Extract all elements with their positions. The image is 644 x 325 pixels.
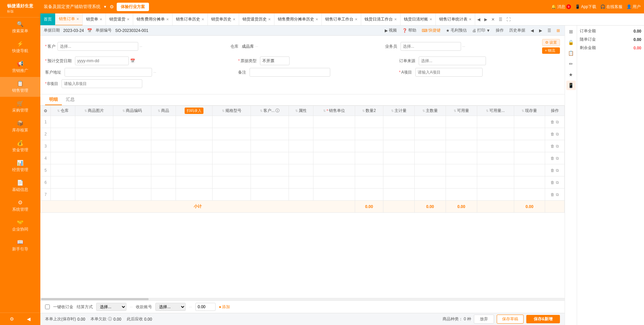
settings-btn[interactable]: ⚙ 设置	[542, 39, 560, 46]
account-expand-icon[interactable]: ···	[189, 305, 192, 309]
a-project-input[interactable]	[415, 68, 483, 77]
order-source-input[interactable]	[419, 56, 486, 65]
tab-close-icon[interactable]: ✕	[76, 17, 79, 21]
side-action-1[interactable]: ⊞	[566, 27, 576, 36]
row-qty2[interactable]	[355, 116, 383, 128]
delivery-date-input[interactable]	[75, 56, 129, 65]
add-product-btn[interactable]: + 物流	[542, 47, 560, 54]
address-input[interactable]	[65, 68, 152, 77]
row-sku[interactable]	[113, 116, 151, 128]
sidebar-item-search[interactable]: 🔍 搜索菜单	[0, 17, 40, 37]
sidebar-item-marketing[interactable]: 📢 营销推广	[0, 57, 40, 77]
scroll-thumb[interactable]	[41, 298, 149, 300]
payment-method-select[interactable]: 选择...	[96, 303, 126, 311]
tab-close-icon[interactable]: ✕	[394, 17, 397, 21]
copy-icon[interactable]: ⧉	[556, 120, 559, 124]
address-expand-icon[interactable]: ···	[153, 71, 156, 74]
row-main-qty[interactable]	[414, 116, 446, 128]
save-new-button[interactable]: 保存&新增	[526, 315, 560, 323]
save-draft-button[interactable]: 保存草稿	[497, 315, 524, 324]
side-action-6[interactable]: 📱	[566, 81, 576, 90]
tab-prev-btn[interactable]: ◀	[475, 13, 482, 26]
tab-close-icon[interactable]: ✕	[166, 17, 169, 21]
row-customer-code[interactable]	[251, 116, 289, 128]
tab-menu-btn[interactable]: ☰	[497, 13, 504, 26]
sidebar-item-sales[interactable]: 📋 销售管理	[0, 77, 40, 97]
th-available2[interactable]: ⇅ 可用量...	[477, 106, 514, 116]
delete-icon[interactable]: 🗑	[551, 132, 555, 136]
nav-left-btn[interactable]: ◀	[529, 28, 535, 34]
tab-order-history[interactable]: 销售订单历史 ✕	[173, 13, 208, 26]
profit-btn[interactable]: ★ 毛利预估	[445, 27, 468, 34]
nav-right-btn[interactable]: ▶	[538, 28, 543, 34]
shortcut-btn[interactable]: ⌨ 快捷键	[420, 27, 442, 34]
sidebar-item-inventory[interactable]: 📦 库存核算	[0, 117, 40, 136]
tab-order-workbench[interactable]: 销售订单工作台 ✕	[322, 13, 361, 26]
th-main-qty[interactable]: ⇅ 主数量	[414, 106, 446, 116]
th-image[interactable]: ⇅ 商品图片	[75, 106, 113, 116]
delete-icon[interactable]: 🗑	[551, 168, 555, 173]
copy-icon[interactable]: ⧉	[556, 192, 559, 197]
remark-input[interactable]	[250, 68, 330, 77]
system-dropdown-icon[interactable]: ▼	[103, 5, 107, 9]
tab-next-btn[interactable]: ▶	[482, 13, 489, 26]
b-project-input[interactable]	[62, 79, 142, 88]
tab-sales-order[interactable]: 销售订单 ✕	[55, 13, 83, 26]
delete-icon[interactable]: 🗑	[551, 156, 555, 161]
tab-close-icon[interactable]: ✕	[127, 17, 129, 21]
customer-input[interactable]	[58, 42, 138, 51]
view-btn[interactable]: ▶ 视频	[383, 27, 398, 34]
th-attribute[interactable]: ⇅ 属性	[289, 106, 313, 116]
th-stock[interactable]: ⇅ 现存量	[514, 106, 545, 116]
th-sku-code[interactable]: ⇅ 商品编码	[113, 106, 151, 116]
delivery-calendar-icon[interactable]: 📅	[130, 58, 135, 63]
tab-sales-stats[interactable]: 销售订单统计表 ✕	[436, 13, 475, 26]
tab-expand-btn[interactable]: ⛶	[504, 13, 513, 26]
salesperson-input[interactable]	[401, 42, 461, 51]
help-btn[interactable]: ❓ 帮助	[401, 27, 418, 34]
sidebar-item-quicknav[interactable]: ⚡ 快捷导航	[0, 37, 40, 57]
copy-icon[interactable]: ⧉	[556, 180, 559, 185]
tab-return-history[interactable]: 销货退货历史 ✕	[239, 13, 274, 26]
th-main-unit[interactable]: ⇅ 主计量	[383, 106, 414, 116]
tab-home[interactable]: 首页	[40, 13, 55, 26]
list-view-btn[interactable]: ☰	[546, 28, 553, 34]
tab-close-icon[interactable]: ✕	[201, 17, 204, 21]
delete-icon[interactable]: 🗑	[551, 120, 555, 124]
invoice-type-select[interactable]: 不开票 普通发票 增值税发票	[260, 56, 290, 65]
th-product[interactable]: ⇅ 商品	[151, 106, 176, 116]
settings-bottom-icon[interactable]: ⚙	[10, 316, 14, 322]
warehouse-expand-icon[interactable]: ···	[255, 45, 258, 48]
tab-close-icon[interactable]: ✕	[429, 17, 432, 21]
message-btn[interactable]: 🔔 消息 9	[551, 4, 571, 10]
copy-icon[interactable]: ⧉	[556, 132, 559, 136]
add-payment-btn[interactable]: ● 添加	[219, 304, 230, 310]
row-product[interactable]	[151, 116, 176, 128]
sidebar-item-guide[interactable]: 📖 新手引导	[0, 236, 40, 255]
topbar-gear-icon[interactable]: ⚙	[110, 4, 114, 9]
discard-button[interactable]: 放弃	[474, 315, 494, 324]
history-btn[interactable]: 历史单据	[508, 27, 527, 34]
calendar-icon[interactable]: 📅	[87, 28, 92, 33]
sidebar-item-operations[interactable]: 📊 经营管理	[0, 156, 40, 176]
scroll-area[interactable]	[40, 298, 565, 300]
tab-cash-reconcile[interactable]: 钱货日清对账 ✕	[401, 13, 436, 26]
tab-close-icon[interactable]: ✕	[100, 17, 102, 21]
side-action-4[interactable]: ✏	[566, 59, 576, 69]
side-action-3[interactable]: 📋	[566, 48, 576, 58]
account-select[interactable]: 选择...	[155, 303, 186, 311]
one-click-checkbox[interactable]	[45, 304, 50, 309]
payment-expand-icon[interactable]: ···	[130, 305, 132, 309]
online-service-btn[interactable]: 🎧 在线客服	[600, 4, 622, 10]
app-download-btn[interactable]: 📱 App下载	[575, 4, 596, 10]
user-btn[interactable]: 👤 用户	[627, 4, 641, 10]
th-spec[interactable]: ⇅ 规格型号	[213, 106, 251, 116]
subtab-summary[interactable]: 汇总	[62, 94, 79, 105]
tab-sales-fee[interactable]: 销售费用分摊单 ✕	[133, 13, 173, 26]
th-qty2[interactable]: ⇅ 数量2	[355, 106, 383, 116]
sidebar-item-basic[interactable]: 📄 基础信息	[0, 176, 40, 196]
tab-fee-history[interactable]: 销售费用分摊单历史 ✕	[274, 13, 322, 26]
tab-sales-return[interactable]: 销货退货 ✕	[106, 13, 133, 26]
th-available[interactable]: ⇅ 可用量	[446, 106, 477, 116]
solution-button[interactable]: 体验行业方案	[117, 3, 149, 11]
